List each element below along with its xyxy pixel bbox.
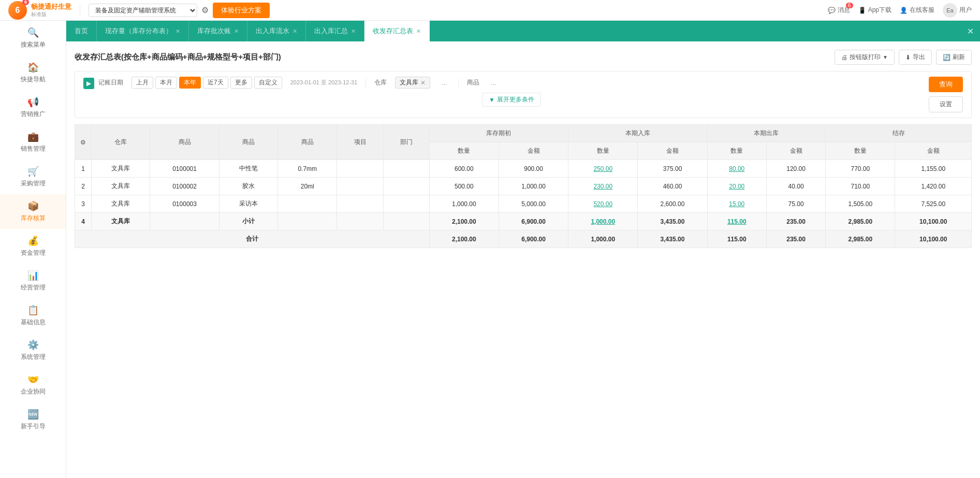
refresh-button[interactable]: 🔄 刷新 (936, 50, 972, 65)
query-button[interactable]: 查询 (929, 77, 963, 92)
sidebar-item-system[interactable]: ⚙️系统管理 (0, 333, 66, 368)
warehouse-more-btn[interactable]: ... (438, 78, 450, 88)
settings-button[interactable]: 设置 (929, 96, 963, 112)
sidebar-item-inventory[interactable]: 📦库存核算 (0, 194, 66, 229)
row-in-qty[interactable]: 520.00 (568, 195, 638, 213)
search-icon: 🔍 (27, 27, 39, 38)
tab-close-stock-dist[interactable]: ✕ (175, 28, 180, 35)
tab-label-in-out-flow: 出入库流水 (256, 26, 289, 36)
in-qty-link[interactable]: 250.00 (593, 165, 612, 172)
message-item[interactable]: 💬 消息 6 (828, 6, 850, 15)
row-open-amt: 1,000.00 (499, 178, 568, 195)
top-bar-left: 6 6 畅捷通好生意 标准版 装备及固定资产辅助管理系统 装备及固定资产辅助管理… (8, 1, 270, 20)
col-project-header: 项目 (337, 125, 383, 160)
gear-button[interactable]: ⚙ (201, 5, 209, 15)
row-in-qty[interactable]: 230.00 (568, 178, 638, 195)
tab-stock-dist[interactable]: 现存量（库存分布表）✕ (97, 21, 189, 41)
in-qty-link[interactable]: 230.00 (593, 183, 612, 190)
table-row: 3 文具库 0100003 采访本 1,000.00 5,000.00 520.… (75, 195, 972, 213)
row-bal-amt: 10,100.00 (895, 213, 972, 230)
tab-close-in-out-summary[interactable]: ✕ (351, 28, 356, 35)
row-out-amt: 235.00 (766, 213, 825, 230)
col-bal-header: 结存 (826, 125, 972, 142)
sidebar-item-nav[interactable]: 🏠快捷导航 (0, 55, 66, 90)
sidebar-item-marketing[interactable]: 📢营销推广 (0, 90, 66, 125)
basic-icon: 📋 (27, 305, 39, 316)
row-out-qty[interactable]: 80.00 (707, 160, 766, 178)
tab-in-out-summary[interactable]: 出入库汇总✕ (306, 21, 364, 41)
row-product-name: 小计 (220, 213, 278, 230)
out-qty-link[interactable]: 15.00 (729, 200, 744, 208)
in-qty-link[interactable]: 520.00 (593, 200, 612, 208)
row-open-qty: 500.00 (429, 178, 499, 195)
sidebar-item-basic[interactable]: 📋基础信息 (0, 298, 66, 333)
operations-icon: 📊 (27, 270, 39, 281)
row-project (337, 213, 383, 230)
marketing-icon: 📢 (27, 96, 39, 108)
column-settings-icon[interactable]: ⚙ (80, 139, 86, 146)
date-btn-7days[interactable]: 近7天 (203, 77, 228, 89)
tab-close-in-out-flow[interactable]: ✕ (292, 28, 297, 35)
sidebar-label-collab: 企业协同 (21, 387, 46, 396)
sidebar-item-sales[interactable]: 💼销售管理 (0, 125, 66, 160)
sidebar-item-operations[interactable]: 📊经营管理 (0, 264, 66, 298)
bal-amt-header: 金额 (895, 142, 972, 160)
tab-home[interactable]: 首页 (66, 21, 97, 41)
tab-close-recv-send[interactable]: ✕ (416, 28, 421, 35)
sidebar-item-collab[interactable]: 🤝企业协同 (0, 368, 66, 402)
row-in-qty[interactable]: 250.00 (568, 160, 638, 178)
date-btn-custom[interactable]: 自定义 (254, 77, 282, 89)
top-bar-right: 💬 消息 6 📱 App下载 👤 在线客服 Ea 用户 (828, 3, 972, 18)
row-bal-qty: 770.00 (826, 160, 895, 178)
tab-recv-send[interactable]: 收发存汇总表✕ (364, 21, 430, 41)
table-row: 2 文具库 0100002 胶水 20ml 500.00 1,000.00 23… (75, 178, 972, 195)
export-button[interactable]: ⬇ 导出 (899, 50, 932, 65)
row-dept (383, 178, 429, 195)
out-qty-link: 115.00 (727, 218, 747, 225)
row-warehouse: 文具库 (92, 195, 150, 213)
out-qty-link[interactable]: 20.00 (729, 183, 744, 190)
warehouse-tag-remove[interactable]: ✕ (420, 79, 426, 86)
online-service-item[interactable]: 👤 在线客服 (900, 6, 934, 15)
sidebar-item-search[interactable]: 🔍搜索菜单 (0, 21, 66, 55)
row-product-code: 0100003 (150, 195, 219, 213)
collab-icon: 🤝 (27, 374, 39, 385)
product-more-btn[interactable]: ... (488, 78, 499, 88)
date-btn-prev-month[interactable]: 上月 (131, 77, 153, 89)
system-selector[interactable]: 装备及固定资产辅助管理系统 (89, 4, 197, 17)
row-in-amt: 3,435.00 (638, 213, 707, 230)
row-no: 3 (75, 195, 92, 213)
sidebar-item-finance[interactable]: 💰资金管理 (0, 229, 66, 264)
footer-open-amt: 6,900.00 (499, 230, 568, 248)
expand-more-button[interactable]: ▼ 展开更多条件 (482, 93, 541, 107)
row-open-qty: 1,000.00 (429, 195, 499, 213)
sidebar-item-purchase[interactable]: 🛒采购管理 (0, 160, 66, 194)
row-out-qty[interactable]: 20.00 (707, 178, 766, 195)
trial-button[interactable]: 体验行业方案 (213, 3, 270, 18)
out-qty-link[interactable]: 80.00 (729, 165, 744, 172)
tab-close-batch[interactable]: ✕ (234, 28, 239, 35)
row-dept (383, 160, 429, 178)
tab-in-out-flow[interactable]: 出入库流水✕ (247, 21, 306, 41)
row-in-qty: 1,000.00 (568, 213, 638, 230)
row-product-name: 胶水 (220, 178, 278, 195)
sidebar-item-guide[interactable]: 🆕新手引导 (0, 402, 66, 437)
user-item[interactable]: Ea 用户 (943, 3, 972, 18)
filter-toggle-button[interactable]: ▶ (83, 78, 94, 89)
app-download-item[interactable]: 📱 App下载 (858, 6, 891, 15)
phone-icon: 📱 (858, 7, 866, 14)
close-all-tabs[interactable]: ✕ (961, 26, 980, 36)
row-out-amt: 40.00 (766, 178, 825, 195)
table-container: ⚙ 仓库 商品 商品 商品 项目 部门 库存期初 本期入库 本期出库 (75, 124, 972, 248)
row-out-qty[interactable]: 15.00 (707, 195, 766, 213)
row-product-name: 中性笔 (220, 160, 278, 178)
date-btn-this-month[interactable]: 本月 (155, 77, 177, 89)
date-btn-more[interactable]: 更多 (230, 77, 252, 89)
finance-icon: 💰 (27, 235, 39, 247)
row-product-code: 0100002 (150, 178, 219, 195)
print-button[interactable]: 🖨 按钮版打印 ▼ (835, 50, 895, 65)
tab-batch[interactable]: 库存批次账✕ (189, 21, 247, 41)
date-btn-this-year[interactable]: 本年 (179, 77, 201, 89)
col-open-header: 库存期初 (429, 125, 568, 142)
row-no: 2 (75, 178, 92, 195)
